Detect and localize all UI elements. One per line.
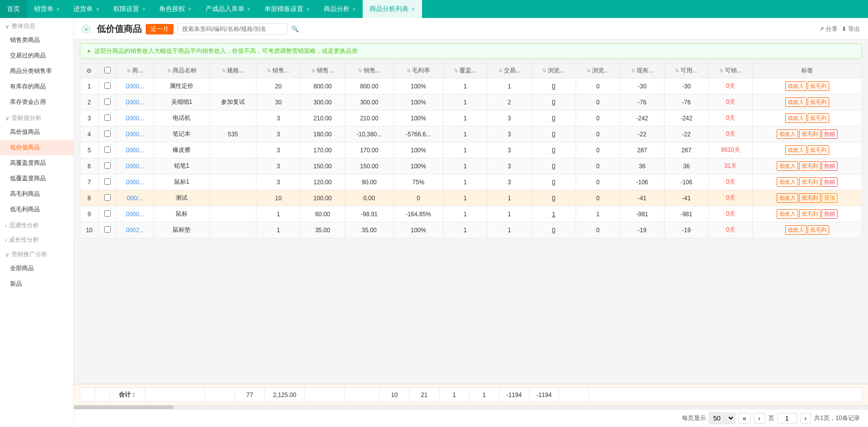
- nav-purchase[interactable]: 进货单 ×: [66, 0, 106, 18]
- row-browse1[interactable]: 0: [532, 94, 576, 110]
- row-checkbox-cell[interactable]: [98, 126, 116, 142]
- row-browse1[interactable]: 0: [532, 142, 576, 158]
- close-icon[interactable]: ×: [96, 6, 99, 12]
- page-number-input[interactable]: [777, 413, 797, 424]
- browse-link[interactable]: 0: [552, 163, 556, 170]
- sidebar-item-low-coverage[interactable]: 低覆盖度商品: [0, 171, 73, 186]
- browse-link[interactable]: 0: [552, 83, 556, 90]
- close-icon[interactable]: ×: [412, 6, 415, 12]
- browse-link[interactable]: 0: [552, 99, 556, 106]
- row-checkbox[interactable]: [104, 146, 111, 153]
- row-browse1[interactable]: 0: [532, 222, 576, 238]
- nav-inventory[interactable]: 产成品入库单 ×: [199, 0, 257, 18]
- col-spec[interactable]: 规格...: [210, 63, 256, 78]
- nav-permission[interactable]: 权限设置 ×: [106, 0, 152, 18]
- row-checkbox[interactable]: [104, 130, 111, 137]
- sidebar-item-category-sales[interactable]: 商品分类销售率: [0, 63, 73, 79]
- search-input[interactable]: [178, 23, 287, 35]
- sidebar-section-overall[interactable]: ∨ 整体信息: [0, 18, 73, 32]
- col-sale-qty[interactable]: 销售...: [256, 63, 301, 78]
- row-checkbox[interactable]: [104, 98, 111, 105]
- sidebar-item-all-goods[interactable]: 全部商品: [0, 261, 73, 276]
- sidebar-item-sales-goods[interactable]: 销售类商品: [0, 32, 73, 48]
- next-page-button[interactable]: ›: [800, 413, 811, 424]
- row-browse1[interactable]: 0: [532, 190, 576, 206]
- row-browse1[interactable]: 0: [532, 78, 576, 94]
- sidebar-item-traded-goods[interactable]: 交易过的商品: [0, 48, 73, 63]
- prev-page-button[interactable]: ‹: [754, 413, 765, 424]
- row-checkbox-cell[interactable]: [98, 142, 116, 158]
- collapse-button[interactable]: «: [82, 24, 91, 33]
- browse-link[interactable]: 1: [552, 211, 556, 218]
- sidebar-item-stock-capital[interactable]: 库存资金占用: [0, 94, 73, 110]
- col-avail[interactable]: 可用...: [664, 63, 709, 78]
- sidebar-item-low-value[interactable]: 低价值商品: [0, 140, 73, 155]
- row-browse1[interactable]: 0: [532, 158, 576, 174]
- row-checkbox-cell[interactable]: [98, 206, 116, 222]
- row-browse1[interactable]: 0: [532, 174, 576, 190]
- filter-button[interactable]: 近一月: [146, 24, 174, 34]
- browse-link[interactable]: 0: [552, 179, 556, 186]
- page-size-select[interactable]: 50 100 200: [709, 413, 735, 424]
- sidebar-section-contribution[interactable]: ∨ 贡献值分析: [0, 110, 73, 124]
- close-icon[interactable]: ×: [56, 6, 59, 12]
- close-icon[interactable]: ×: [247, 6, 250, 12]
- row-browse1[interactable]: 0: [532, 126, 576, 142]
- row-checkbox[interactable]: [104, 114, 111, 121]
- row-checkbox[interactable]: [104, 162, 111, 169]
- row-checkbox-cell[interactable]: [98, 110, 116, 126]
- col-browse1[interactable]: 浏览...: [532, 63, 576, 78]
- row-checkbox-cell[interactable]: [98, 190, 116, 206]
- horizontal-scrollbar[interactable]: [74, 405, 868, 409]
- nav-sales[interactable]: 销货单 ×: [27, 0, 66, 18]
- browse-link[interactable]: 0: [552, 147, 556, 154]
- nav-product-analysis[interactable]: 商品分析 ×: [317, 0, 363, 18]
- col-stock[interactable]: 现有...: [620, 63, 664, 78]
- browse-link[interactable]: 0: [552, 115, 556, 122]
- sidebar-item-high-coverage[interactable]: 高覆盖度商品: [0, 155, 73, 171]
- row-checkbox[interactable]: [104, 82, 111, 89]
- row-checkbox-cell[interactable]: [98, 94, 116, 110]
- row-checkbox[interactable]: [104, 226, 111, 233]
- row-checkbox[interactable]: [104, 194, 111, 201]
- sidebar-item-high-profit[interactable]: 高毛利商品: [0, 186, 73, 202]
- select-all-checkbox[interactable]: [104, 67, 111, 73]
- share-button[interactable]: ↗ 分享: [819, 25, 838, 33]
- sidebar-item-stock-goods[interactable]: 有库存的商品: [0, 79, 73, 94]
- col-trade[interactable]: 交易...: [487, 63, 532, 78]
- nav-product-analysis-list[interactable]: 商品分析列表 ×: [363, 0, 422, 18]
- row-browse1[interactable]: 0: [532, 110, 576, 126]
- export-button[interactable]: ⬇ 导出: [842, 25, 860, 33]
- sidebar-section-marketing[interactable]: ∨ 营销推广分析: [0, 246, 73, 261]
- row-checkbox[interactable]: [104, 210, 111, 217]
- sidebar-item-new-goods[interactable]: 新品: [0, 276, 73, 292]
- browse-link[interactable]: 0: [552, 195, 556, 202]
- first-page-button[interactable]: «: [738, 413, 751, 424]
- col-browse2[interactable]: 浏览...: [576, 63, 620, 78]
- close-icon[interactable]: ×: [142, 6, 145, 12]
- nav-home[interactable]: 首页: [0, 0, 27, 18]
- col-days[interactable]: 可销...: [708, 63, 753, 78]
- close-icon[interactable]: ×: [306, 6, 309, 12]
- browse-link[interactable]: 0: [552, 227, 556, 234]
- sidebar-section-growth[interactable]: › 成长性分析: [0, 232, 73, 246]
- col-checkbox[interactable]: [98, 63, 116, 78]
- row-checkbox-cell[interactable]: [98, 174, 116, 190]
- col-sale-profit[interactable]: 销售...: [345, 63, 394, 78]
- nav-template[interactable]: 单据模板设置 ×: [257, 0, 316, 18]
- col-profit-rate[interactable]: 毛利率: [394, 63, 443, 78]
- col-name[interactable]: 商品名称: [154, 63, 210, 78]
- col-code[interactable]: 商...: [116, 63, 154, 78]
- nav-role[interactable]: 角色授权 ×: [152, 0, 198, 18]
- row-checkbox-cell[interactable]: [98, 78, 116, 94]
- col-sale-amount[interactable]: 销售...: [300, 63, 345, 78]
- sidebar-item-high-value[interactable]: 高价值商品: [0, 124, 73, 140]
- sidebar-section-circulation[interactable]: › 流通性分析: [0, 217, 73, 232]
- row-browse1[interactable]: 1: [532, 206, 576, 222]
- row-checkbox-cell[interactable]: [98, 158, 116, 174]
- browse-link[interactable]: 0: [552, 131, 556, 138]
- sidebar-item-low-profit[interactable]: 低毛利商品: [0, 202, 73, 217]
- col-coverage[interactable]: 覆盖...: [443, 63, 487, 78]
- search-icon[interactable]: 🔍: [291, 25, 299, 32]
- row-checkbox[interactable]: [104, 178, 111, 185]
